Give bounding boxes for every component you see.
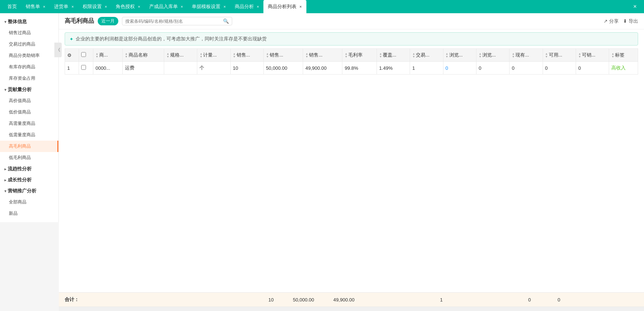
sort-icon-unit: ▲▼ — [199, 53, 202, 58]
table-row[interactable]: 10000...运费个1050,000.0049,900.0099.8%1.49… — [65, 62, 638, 75]
nav-close-product-analysis[interactable]: × — [257, 0, 259, 13]
cell-unit: 个 — [197, 62, 230, 75]
nav-close-product-entry[interactable]: × — [181, 0, 183, 13]
sidebar-item-high-freq[interactable]: 高需量度商品 — [0, 118, 58, 129]
nav-close-purchase-order[interactable]: × — [71, 0, 73, 13]
sidebar-item-goods-in-stock[interactable]: 有库存的商品 — [0, 61, 58, 73]
col-header-settings: ⚙ — [65, 49, 79, 62]
sidebar-item-new-goods[interactable]: 新品 — [0, 208, 58, 219]
sidebar-item-low-freq[interactable]: 低需量度商品 — [0, 129, 58, 141]
col-header-tag[interactable]: ▲▼标签 — [609, 49, 638, 62]
col-header-code[interactable]: ▲▼商... — [93, 49, 123, 62]
group-label-trend-analysis: 流趋性分析 — [8, 166, 32, 172]
nav-item-home[interactable]: 首页 — [3, 0, 21, 13]
col-header-sales-cost[interactable]: ▲▼销售... — [303, 49, 342, 62]
col-header-sales-amount[interactable]: ▲▼销售... — [264, 49, 303, 62]
cell-checkbox — [79, 62, 93, 75]
nav-item-product-analysis[interactable]: 商品分析× — [230, 0, 263, 13]
nav-item-permission-settings[interactable]: 权限设置× — [78, 0, 111, 13]
export-btn[interactable]: ⬇ 导出 — [623, 18, 638, 25]
search-input[interactable] — [125, 19, 221, 24]
footer-cell-trade-count: 1 — [421, 297, 443, 303]
sidebar-group-growth-analysis[interactable]: ▸成长性分析 — [0, 174, 58, 185]
cell-spec — [164, 62, 197, 75]
col-header-name[interactable]: ▲▼商品名称 — [122, 49, 164, 62]
sort-icon-gross-rate: ▲▼ — [345, 53, 348, 58]
col-header-gross-rate[interactable]: ▲▼毛利率 — [342, 49, 377, 62]
footer-cell-sales-cost: 49,900.00 — [321, 297, 355, 303]
table-footer: 合计：1050,000.0049,900.00100 — [59, 292, 644, 307]
nav-item-product-entry[interactable]: 产成品入库单× — [145, 0, 187, 13]
sort-icon-browse2: ▲▼ — [479, 53, 482, 58]
sort-icon-sellable: ▲▼ — [578, 53, 581, 58]
sort-icon-tag: ▲▼ — [611, 53, 614, 58]
footer-cell-sales-qty: 10 — [252, 297, 274, 303]
cell-coverage: 1.49% — [377, 62, 410, 75]
col-header-sellable[interactable]: ▲▼可销... — [576, 49, 609, 62]
sidebar-item-high-value[interactable]: 高价值商品 — [0, 95, 58, 106]
search-box[interactable]: 🔍 — [122, 17, 232, 25]
group-arrow-growth-analysis: ▸ — [4, 178, 6, 182]
sidebar-item-low-profit[interactable]: 低毛利商品 — [0, 152, 58, 163]
sort-icon-current-stock: ▲▼ — [512, 53, 515, 58]
window-close-btn[interactable]: × — [629, 3, 641, 10]
cell-code: 0000... — [93, 62, 123, 75]
nav-close-order-template[interactable]: × — [223, 0, 226, 13]
sidebar-item-stock-capital[interactable]: 库存资金占用 — [0, 73, 58, 84]
scroll-bar[interactable] — [59, 307, 644, 311]
col-header-browse2[interactable]: ▲▼浏览... — [476, 49, 509, 62]
col-header-unit[interactable]: ▲▼计量... — [197, 49, 230, 62]
sidebar-group-trend-analysis[interactable]: ▸流趋性分析 — [0, 163, 58, 174]
top-nav: 首页销售单×进货单×权限设置×角色授权×产成品入库单×单据模板设置×商品分析×商… — [0, 0, 644, 13]
search-icon[interactable]: 🔍 — [223, 18, 229, 24]
footer-label: 合计： — [65, 296, 79, 303]
sidebar-item-traded-goods[interactable]: 交易过的商品 — [0, 39, 58, 50]
sidebar-group-overall[interactable]: ▾整体信息 — [0, 16, 58, 27]
cell-sales-cost: 49,900.00 — [303, 62, 342, 75]
row-checkbox-0[interactable] — [81, 65, 86, 70]
col-header-spec[interactable]: ▲▼规格... — [164, 49, 197, 62]
sidebar-group-profit-analysis[interactable]: ▾贡献量分析 — [0, 84, 58, 95]
col-header-browse1[interactable]: ▲▼浏览... — [443, 49, 476, 62]
sort-icon-trade-count: ▲▼ — [412, 53, 415, 58]
sort-icon-available: ▲▼ — [545, 53, 548, 58]
sidebar-item-goods-assist-rate[interactable]: 商品分类助销率 — [0, 50, 58, 61]
nav-item-order-template[interactable]: 单据模板设置× — [187, 0, 230, 13]
nav-item-purchase-order[interactable]: 进货单× — [50, 0, 78, 13]
cell-gross-rate: 99.8% — [342, 62, 377, 75]
sidebar: ▾整体信息销售过商品交易过的商品商品分类助销率有库存的商品库存资金占用▾贡献量分… — [0, 13, 59, 222]
col-header-available[interactable]: ▲▼可用... — [543, 49, 576, 62]
col-header-current-stock[interactable]: ▲▼现有... — [510, 49, 543, 62]
cell-sales-amount: 50,000.00 — [264, 62, 303, 75]
nav-close-permission-settings[interactable]: × — [105, 0, 107, 13]
sort-icon-sales-cost: ▲▼ — [305, 53, 308, 58]
time-filter-btn[interactable]: 近一月 — [98, 17, 118, 25]
nav-close-product-analysis-list[interactable]: × — [299, 0, 302, 13]
col-header-sales-qty[interactable]: ▲▼销售... — [230, 49, 263, 62]
sidebar-collapse-btn[interactable]: 《 — [54, 43, 62, 57]
group-label-marketing-analysis: 营销推广分析 — [8, 188, 36, 194]
col-header-trade-count[interactable]: ▲▼交易... — [410, 49, 443, 62]
share-icon: ↗ — [604, 18, 608, 24]
nav-item-product-analysis-list[interactable]: 商品分析列表× — [263, 0, 306, 13]
sidebar-item-sales-goods[interactable]: 销售过商品 — [0, 27, 58, 39]
share-btn[interactable]: ↗ 分享 — [604, 18, 619, 25]
footer-cell-sales-amount: 50,000.00 — [281, 297, 314, 303]
nav-close-role-auth[interactable]: × — [138, 0, 140, 13]
sidebar-item-high-profit[interactable]: 高毛利商品 — [0, 141, 58, 152]
sort-icon-name: ▲▼ — [125, 53, 128, 58]
sidebar-item-all-goods[interactable]: 全部商品 — [0, 196, 58, 208]
footer-cell-current-stock: 0 — [509, 297, 531, 303]
select-all-checkbox[interactable] — [81, 52, 86, 57]
cell-sellable: 0 — [576, 62, 609, 75]
sidebar-item-low-value[interactable]: 低价值商品 — [0, 106, 58, 118]
browse1-link[interactable]: 0 — [446, 65, 448, 71]
cell-browse1: 0 — [443, 62, 476, 75]
sidebar-group-marketing-analysis[interactable]: ▾营销推广分析 — [0, 185, 58, 196]
nav-item-role-auth[interactable]: 角色授权× — [111, 0, 144, 13]
group-label-overall: 整体信息 — [8, 18, 27, 25]
nav-item-sales-order[interactable]: 销售单× — [21, 0, 50, 13]
col-header-coverage[interactable]: ▲▼覆盖... — [377, 49, 410, 62]
sort-icon-sales-qty: ▲▼ — [233, 53, 236, 58]
nav-close-sales-order[interactable]: × — [43, 0, 45, 13]
